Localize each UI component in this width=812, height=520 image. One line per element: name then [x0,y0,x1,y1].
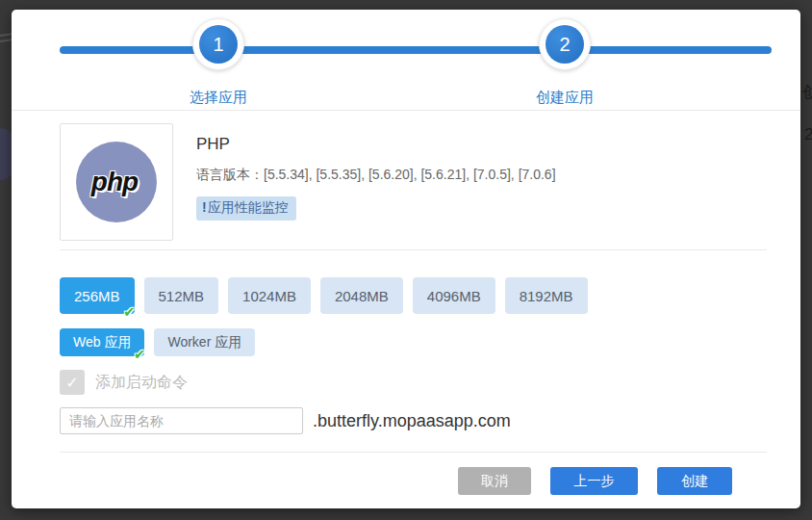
check-icon: ✔ [134,346,146,363]
stepper-progress-bar [60,46,772,54]
previous-step-button[interactable]: 上一步 [550,467,638,495]
check-icon: ✔ [123,303,136,321]
step-2-label[interactable]: 创建应用 [497,89,632,107]
app-info: PHP 语言版本：[5.5.34], [5.5.35], [5.6.20], [… [196,123,556,241]
memory-option-256mb[interactable]: 256MB ✔ [60,277,135,314]
app-name-title: PHP [196,135,556,154]
selected-app-section: php PHP 语言版本：[5.5.34], [5.5.35], [5.6.20… [60,111,767,250]
memory-option-512mb[interactable]: 512MB [144,277,219,314]
app-name-row: .butterfly.mopaasapp.com [60,407,767,434]
create-button[interactable]: 创建 [657,467,732,495]
domain-suffix-text: .butterfly.mopaasapp.com [313,411,511,431]
modal-footer: 取消 上一步 创建 [60,453,752,495]
step-2-circle[interactable]: 2 [539,18,591,70]
step-1-label[interactable]: 选择应用 [151,89,286,107]
memory-option-8192mb[interactable]: 8192MB [505,277,588,314]
memory-options-row: 256MB ✔ 512MB 1024MB 2048MB 4096MB 8192M… [60,277,767,314]
step-2-number: 2 [546,25,584,64]
chip-label: Worker 应用 [167,334,241,351]
step-1-number: 1 [199,25,238,64]
app-logo-card: php [60,123,173,241]
chip-label: 1024MB [242,288,296,304]
create-app-modal: 1 选择应用 2 创建应用 php PHP 语言版本：[5.5.34], [5.… [12,10,800,508]
chip-label: Web 应用 [73,334,131,351]
startup-command-label: 添加启动命令 [95,373,188,393]
startup-command-row: ✓ 添加启动命令 [60,370,767,395]
cancel-button[interactable]: 取消 [458,467,531,495]
chip-label: 2048MB [335,288,389,304]
check-icon: ✓ [65,374,78,392]
php-logo-icon: php [76,142,157,222]
memory-option-2048mb[interactable]: 2048MB [320,277,403,314]
background-text-fragment: 创 [802,81,812,103]
app-type-web[interactable]: Web 应用 ✔ [60,328,144,356]
php-logo-text: php [91,167,141,197]
chip-label: 256MB [74,288,120,304]
chip-label: 8192MB [520,288,573,304]
apm-badge-label: 应用性能监控 [208,199,289,215]
wizard-stepper: 1 选择应用 2 创建应用 [12,10,800,111]
memory-option-4096mb[interactable]: 4096MB [413,277,495,314]
app-name-input[interactable] [60,407,303,434]
app-type-worker[interactable]: Worker 应用 [154,328,255,356]
app-type-row: Web 应用 ✔ Worker 应用 [60,328,767,356]
exclamation-icon: ! [202,199,207,215]
background-text-fragment: 2 [804,125,812,144]
app-versions-text: 语言版本：[5.5.34], [5.5.35], [5.6.20], [5.6.… [196,167,556,184]
chip-label: 512MB [159,288,205,304]
chip-label: 4096MB [427,288,481,304]
step-1-circle[interactable]: 1 [192,18,244,70]
apm-badge[interactable]: !应用性能监控 [196,196,296,221]
startup-command-checkbox[interactable]: ✓ [60,370,85,395]
memory-option-1024mb[interactable]: 1024MB [228,277,311,314]
app-config-section: 256MB ✔ 512MB 1024MB 2048MB 4096MB 8192M… [60,250,767,453]
